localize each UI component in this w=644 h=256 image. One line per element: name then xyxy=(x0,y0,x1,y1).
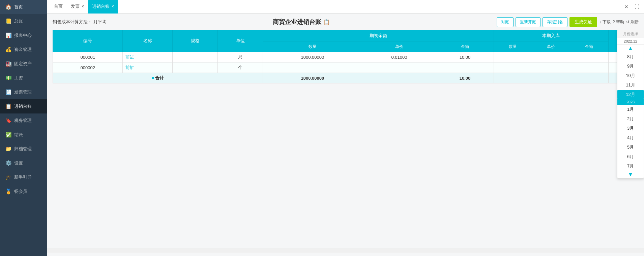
settle-icon: ✅ xyxy=(5,132,11,138)
sidebar-item-settle[interactable]: ✅ 结账 xyxy=(0,128,47,142)
tab-inventory-close[interactable]: × xyxy=(112,4,114,9)
tab-invoice[interactable]: 发票 × xyxy=(67,0,88,14)
sidebar-item-assets[interactable]: 🏭 固定资产 xyxy=(0,57,47,71)
duizhang-button[interactable]: 对账 xyxy=(497,17,514,27)
sidebar-item-inventory[interactable]: 📋 进销台账 xyxy=(0,99,47,113)
sidebar-item-wages[interactable]: 💵 工资 xyxy=(0,71,47,85)
month-item-9[interactable]: 9月 xyxy=(617,61,644,71)
sidebar-item-guide[interactable]: 🎓 新手引导 xyxy=(0,170,47,184)
sidebar-label-archive: 归档管理 xyxy=(14,146,32,152)
month-item-8[interactable]: 8月 xyxy=(617,52,644,61)
wages-icon: 💵 xyxy=(5,75,11,81)
content-area: 销售成本计算方法： 月平均 商贸企业进销台账 📋 对账 重新开账 存报别名 生成… xyxy=(47,14,644,256)
cell-spec-2 xyxy=(173,62,218,73)
home-icon: 🏠 xyxy=(5,4,11,10)
month-item-2[interactable]: 2月 xyxy=(617,114,644,124)
chongxin-button[interactable]: 重新开账 xyxy=(516,17,540,27)
cunpai-button[interactable]: 存报别名 xyxy=(543,17,567,27)
horizontal-scrollbar[interactable] xyxy=(47,249,644,253)
month-item-6[interactable]: 6月 xyxy=(617,152,644,161)
month-item-11[interactable]: 11月 xyxy=(617,80,644,90)
cell-number-2: 000002 xyxy=(53,62,123,73)
sidebar: 🏠 首页 📒 总账 📊 报表中心 💰 资金管理 🏭 固定资产 💵 工资 🧾 发票… xyxy=(0,0,47,256)
sidebar-label-ledger: 总账 xyxy=(14,18,23,24)
cell-in-amount-1 xyxy=(570,52,608,62)
total-label-cell: ■ 合计 xyxy=(53,73,263,83)
month-item-5[interactable]: 5月 xyxy=(617,143,644,152)
table-header-row-1: 编号 名称 规格 单位 期初余额 本期入库 数 xyxy=(53,30,639,42)
invoice-icon: 🧾 xyxy=(5,89,11,95)
cell-in-price-2 xyxy=(532,62,570,73)
total-in-amount xyxy=(570,73,608,83)
member-icon: 🏅 xyxy=(5,188,11,195)
month-item-1[interactable]: 1月 xyxy=(617,105,644,114)
month-item-4[interactable]: 4月 xyxy=(617,133,644,143)
total-init-price xyxy=(362,73,436,83)
cost-method-label: 销售成本计算方法： xyxy=(53,19,92,24)
subheader-in-amount: 金额 xyxy=(570,42,608,52)
total-in-qty xyxy=(494,73,532,83)
sidebar-item-archive[interactable]: 📁 归档管理 xyxy=(0,142,47,156)
sidebar-item-funds[interactable]: 💰 资金管理 xyxy=(0,43,47,57)
month-scroll-up[interactable]: ▲ xyxy=(617,45,644,52)
sidebar-item-home[interactable]: 🏠 首页 xyxy=(0,0,47,14)
sidebar-label-assets: 固定资产 xyxy=(14,61,32,67)
subheader-in-qty: 数量 xyxy=(494,42,532,52)
cell-unit-1: 只 xyxy=(218,52,263,62)
tab-home[interactable]: 首页 xyxy=(50,0,67,14)
total-init-amount: 10.00 xyxy=(436,73,494,83)
month-panel: 月份选择 2022.12 ▲ 8月 9月 10月 11月 12月 2023 1月… xyxy=(617,30,644,179)
sidebar-item-ledger[interactable]: 📒 总账 xyxy=(0,14,47,28)
sidebar-label-funds: 资金管理 xyxy=(14,47,32,53)
col-header-unit: 单位 xyxy=(218,30,263,52)
month-item-10[interactable]: 10月 xyxy=(617,71,644,80)
cell-name-2: 前缸 xyxy=(123,62,173,73)
sidebar-label-settings: 设置 xyxy=(14,160,23,166)
cell-in-amount-2 xyxy=(570,62,608,73)
download-button[interactable]: ↓ 下载 xyxy=(599,19,610,25)
col-header-name: 名称 xyxy=(123,30,173,52)
sidebar-item-tax[interactable]: 🔖 税务管理 xyxy=(0,113,47,128)
tab-bar: 首页 发票 × 进销台账 × ✕ ⛶ xyxy=(47,0,644,14)
close-window-button[interactable]: ✕ xyxy=(622,3,631,10)
sidebar-label-inventory: 进销台账 xyxy=(14,103,32,109)
month-year-2023-label: 2023 xyxy=(617,99,644,105)
cell-init-qty-1: 1000.00000 xyxy=(263,52,362,62)
sidebar-item-report[interactable]: 📊 报表中心 xyxy=(0,28,47,43)
ledger-icon: 📒 xyxy=(5,18,11,24)
report-icon: 📊 xyxy=(5,32,11,39)
sidebar-item-settings[interactable]: ⚙️ 设置 xyxy=(0,156,47,170)
subheader-init-amount: 金额 xyxy=(436,42,494,52)
sidebar-item-invoice[interactable]: 🧾 发票管理 xyxy=(0,85,47,99)
month-scroll-down[interactable]: ▼ xyxy=(617,171,644,178)
cell-init-price-1: 0.01000 xyxy=(362,52,436,62)
month-panel-year-2022: 2022.12 xyxy=(617,38,644,45)
subheader-in-price: 单价 xyxy=(532,42,570,52)
cell-init-amount-1: 10.00 xyxy=(436,52,494,62)
maximize-window-button[interactable]: ⛶ xyxy=(633,3,641,10)
cell-name-1: 前缸 xyxy=(123,52,173,62)
cost-method-value: 月平均 xyxy=(93,19,107,24)
total-row: ■ 合计 1000.00000 10.00 xyxy=(53,73,639,83)
month-item-7[interactable]: 7月 xyxy=(617,161,644,171)
toolbar: 对账 重新开账 存报别名 生成凭证 ↓ 下载 ? 帮助 ↺ 刷新 xyxy=(497,17,639,27)
info-icon[interactable]: 📋 xyxy=(323,19,330,25)
tab-bar-actions: ✕ ⛶ xyxy=(622,3,641,10)
assets-icon: 🏭 xyxy=(5,61,11,67)
sidebar-label-tax: 税务管理 xyxy=(14,118,32,124)
cell-in-price-1 xyxy=(532,52,570,62)
tab-invoice-close[interactable]: × xyxy=(82,4,84,9)
cell-in-qty-1 xyxy=(494,52,532,62)
subheader-init-qty: 数量 xyxy=(263,42,362,52)
col-header-number: 编号 xyxy=(53,30,123,52)
sidebar-label-invoice: 发票管理 xyxy=(14,89,32,95)
month-panel-title: 月份选择 xyxy=(617,30,644,38)
month-item-3[interactable]: 3月 xyxy=(617,124,644,133)
help-button[interactable]: ? 帮助 xyxy=(613,19,624,25)
sidebar-item-member[interactable]: 🏅 畅会员 xyxy=(0,184,47,199)
month-item-12[interactable]: 12月 xyxy=(617,90,644,99)
tab-inventory[interactable]: 进销台账 × xyxy=(88,0,118,14)
refresh-button[interactable]: ↺ 刷新 xyxy=(626,19,639,25)
generate-button[interactable]: 生成凭证 xyxy=(569,17,597,27)
sidebar-label-home: 首页 xyxy=(14,4,23,10)
